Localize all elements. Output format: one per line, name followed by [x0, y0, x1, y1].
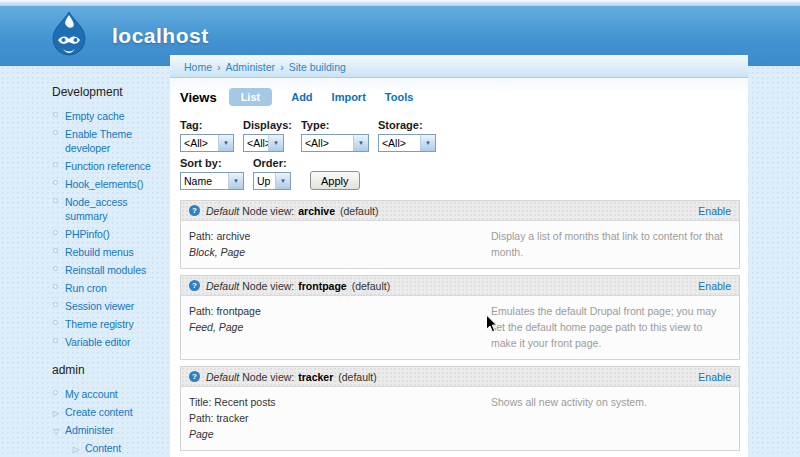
dropdown-arrow-icon: ▼ [420, 135, 435, 151]
view-row: ? Default Node view: frontpage (default)… [180, 275, 740, 360]
sidebar-item-my-account[interactable]: My account [52, 387, 164, 401]
displays-select[interactable]: <All>▼ [243, 134, 284, 152]
breadcrumb-link[interactable]: Site building [289, 61, 346, 73]
breadcrumb-link[interactable]: Home [184, 61, 212, 73]
view-type-label: Default [206, 371, 239, 383]
filter-row-1: Tag:<All>▼Displays:<All>▼Type:<All>▼Stor… [180, 119, 740, 152]
sidebar-item-label[interactable]: PHPinfo() [65, 228, 110, 240]
filter-tag: Tag:<All>▼ [180, 119, 234, 152]
view-details: Path: frontpageFeed, Page [189, 303, 491, 351]
sidebar-item-label[interactable]: Rebuild menus [65, 246, 134, 258]
storage-select[interactable]: <All>▼ [378, 134, 436, 152]
sidebar-item-create-content[interactable]: Create content [52, 405, 164, 419]
sidebar-item-label[interactable]: Empty cache [65, 110, 125, 122]
sidebar-item-run-cron[interactable]: Run cron [52, 281, 164, 295]
type-select[interactable]: <All>▼ [301, 134, 369, 152]
menu-leaf-icon [53, 266, 58, 271]
sidebar-item-label[interactable]: Theme registry [65, 318, 134, 330]
sidebar-item-theme-registry[interactable]: Theme registry [52, 317, 164, 331]
view-kind-label: Node view: [242, 371, 294, 383]
selected-value: <All> [302, 137, 353, 149]
view-type-label: Default [206, 280, 239, 292]
enable-link[interactable]: Enable [698, 371, 731, 383]
sidebar-section-title: Development [52, 85, 170, 99]
breadcrumb-separator: › [217, 61, 221, 73]
sidebar-item-enable-theme-developer[interactable]: Enable Theme developer [52, 127, 164, 155]
view-name: tracker [298, 371, 333, 383]
filter-displays: Displays:<All>▼ [243, 119, 292, 152]
sortby-select[interactable]: Name▼ [180, 172, 244, 190]
view-row-body: Path: archiveBlock, Page Display a list … [181, 221, 739, 268]
tag-select[interactable]: <All>▼ [180, 134, 234, 152]
dropdown-arrow-icon: ▼ [268, 135, 283, 151]
main-content: Views ListAddImportTools Tag:<All>▼Displ… [170, 78, 748, 457]
breadcrumb-link[interactable]: Administer [226, 61, 276, 73]
enable-link[interactable]: Enable [698, 205, 731, 217]
filter-storage: Storage:<All>▼ [378, 119, 436, 152]
view-detail-line: Path: archive [189, 228, 491, 244]
drupal-logo-icon[interactable] [48, 9, 90, 59]
sidebar-item-label[interactable]: Content management [85, 442, 145, 457]
apply-button[interactable]: Apply [310, 171, 360, 190]
tab-list[interactable]: List [229, 88, 273, 106]
view-row-body: Title: Recent postsPath: trackerPage Sho… [181, 387, 739, 450]
enable-link[interactable]: Enable [698, 280, 731, 292]
sidebar-item-variable-editor[interactable]: Variable editor [52, 335, 164, 349]
sidebar-item-label[interactable]: Function reference [65, 160, 151, 172]
sidebar-item-label[interactable]: Session viewer [65, 300, 134, 312]
sidebar-navigation: DevelopmentEmpty cacheEnable Theme devel… [0, 66, 170, 457]
sidebar-item-label[interactable]: Create content [65, 406, 132, 418]
view-default-suffix: (default) [338, 371, 377, 383]
main-panel: Home›Administer›Site building Views List… [170, 55, 748, 457]
view-default-suffix: (default) [352, 280, 391, 292]
menu-leaf-icon [53, 230, 58, 235]
sidebar-item-function-reference[interactable]: Function reference [52, 159, 164, 173]
help-icon[interactable]: ? [189, 205, 200, 216]
sidebar-item-label[interactable]: Variable editor [65, 336, 130, 348]
view-row-header: ? Default Node view: frontpage (default)… [181, 276, 739, 296]
sidebar-item-reinstall-modules[interactable]: Reinstall modules [52, 263, 164, 277]
help-icon[interactable]: ? [189, 371, 200, 382]
filter-label-storage: Storage: [378, 119, 436, 131]
sidebar-item-label[interactable]: Enable Theme developer [65, 128, 132, 154]
tab-import[interactable]: Import [332, 91, 366, 103]
view-description: Display a list of months that link to co… [491, 228, 731, 260]
help-icon[interactable]: ? [189, 280, 200, 291]
sidebar-section-title: admin [52, 363, 170, 377]
filter-sortby: Sort by:Name▼ [180, 157, 244, 190]
breadcrumb: Home›Administer›Site building [170, 55, 748, 78]
view-name: frontpage [298, 280, 346, 292]
sidebar-item-node-access-summary[interactable]: Node_access summary [52, 195, 164, 223]
sidebar-item-hook-elements-[interactable]: Hook_elements() [52, 177, 164, 191]
sidebar-item-administer[interactable]: Administer [52, 423, 164, 437]
view-kind-label: Node view: [242, 280, 294, 292]
filter-order: Order:Up▼ [253, 157, 291, 190]
sidebar-item-rebuild-menus[interactable]: Rebuild menus [52, 245, 164, 259]
view-details: Title: Recent postsPath: trackerPage [189, 394, 491, 442]
menu-leaf-icon [53, 302, 58, 307]
view-detail-line: Path: tracker [189, 410, 491, 426]
sidebar-item-empty-cache[interactable]: Empty cache [52, 109, 164, 123]
sidebar-item-label[interactable]: Hook_elements() [65, 178, 143, 190]
sidebar-item-content-management[interactable]: Content management [72, 441, 164, 457]
selected-value: Name [181, 175, 228, 187]
sidebar-item-label[interactable]: Reinstall modules [65, 264, 146, 276]
page-title: Views [180, 90, 217, 105]
site-name[interactable]: localhost [112, 24, 209, 48]
sidebar-item-label[interactable]: Node_access summary [65, 196, 128, 222]
breadcrumb-separator: › [280, 61, 284, 73]
view-details: Path: archiveBlock, Page [189, 228, 491, 260]
tab-tools[interactable]: Tools [385, 91, 414, 103]
view-row-header: ? Default Node view: archive (default) E… [181, 201, 739, 221]
tab-add[interactable]: Add [291, 91, 312, 103]
sidebar-section-admin: adminMy accountCreate contentAdministerC… [52, 363, 170, 457]
sidebar-item-phpinfo-[interactable]: PHPinfo() [52, 227, 164, 241]
view-description: Emulates the default Drupal front page; … [491, 303, 731, 351]
menu-expanded-icon [53, 426, 59, 440]
sidebar-item-label[interactable]: Run cron [65, 282, 107, 294]
sidebar-item-label[interactable]: Administer [65, 424, 114, 436]
view-default-suffix: (default) [340, 205, 379, 217]
sidebar-item-session-viewer[interactable]: Session viewer [52, 299, 164, 313]
order-select[interactable]: Up▼ [253, 172, 291, 190]
sidebar-item-label[interactable]: My account [65, 388, 118, 400]
